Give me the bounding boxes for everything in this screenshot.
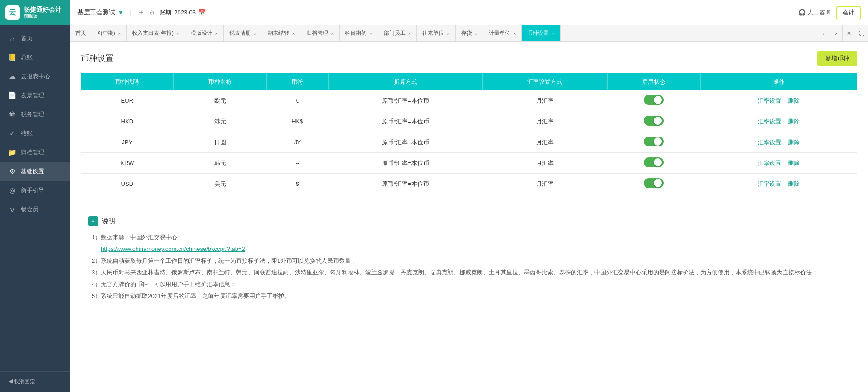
tab-label-income: 收入支出表(年报)	[132, 29, 174, 37]
cell-name-2: 日圆	[174, 132, 267, 153]
toggle-0[interactable]	[644, 95, 664, 105]
tab-close-dept[interactable]: ×	[408, 31, 411, 36]
tab-archive[interactable]: 归档管理×	[301, 25, 340, 42]
tab-inventory[interactable]: 存货×	[456, 25, 483, 42]
sidebar-pin-toggle[interactable]: ◀取消固定	[0, 371, 70, 392]
toggle-2[interactable]	[644, 137, 664, 146]
tab-period_end[interactable]: 期末结转×	[262, 25, 301, 42]
tab-income[interactable]: 收入支出表(年报)×	[127, 25, 185, 42]
report-nav-label: 云报表中心	[21, 72, 50, 80]
sidebar-item-invoice[interactable]: 📄 发票管理	[0, 86, 70, 105]
rate-setting-link-2[interactable]: 汇率设置	[758, 139, 781, 146]
new-currency-btn[interactable]: 新增币种	[817, 51, 857, 66]
tab-subjects[interactable]: 科目期初×	[340, 25, 378, 42]
delete-link-2[interactable]: 删除	[788, 139, 800, 146]
tab-close-period_end[interactable]: ×	[292, 31, 295, 36]
tab-close-income[interactable]: ×	[176, 31, 179, 36]
delete-link-3[interactable]: 删除	[788, 160, 800, 166]
notice-title: ≡ 说明	[88, 216, 850, 226]
notice-item: 5）系统只能自动抓取2021年度后的汇率，之前年度汇率需要用户手工维护。	[92, 290, 850, 302]
currency-table: 币种代码币种名称币符折算方式汇率设置方式启用状态操作 EUR 欧元 € 原币*汇…	[81, 73, 857, 194]
sidebar-item-close[interactable]: ✓ 结账	[0, 124, 70, 143]
tab-template[interactable]: 模版设计×	[185, 25, 224, 42]
tab-close-inventory[interactable]: ×	[475, 31, 477, 36]
rate-setting-link-1[interactable]: 汇率设置	[758, 118, 781, 125]
cell-name-3: 韩元	[174, 153, 267, 174]
delete-link-4[interactable]: 删除	[788, 180, 800, 187]
sidebar-item-settings[interactable]: ⚙ 基础设置	[0, 162, 70, 181]
cell-status-4[interactable]	[607, 174, 700, 194]
service-btn[interactable]: 🎧 人工咨询	[798, 9, 831, 17]
tab-tax[interactable]: 税表清册×	[224, 25, 262, 42]
cell-status-3[interactable]	[607, 153, 700, 174]
member-nav-label: 畅会员	[21, 205, 38, 213]
table-row: USD 美元 $ 原币*汇率=本位币 月汇率 汇率设置 删除	[81, 174, 857, 194]
tab-prev-btn[interactable]: ‹	[817, 25, 830, 42]
tab-units[interactable]: 往来单位×	[417, 25, 455, 42]
tab-close-subjects[interactable]: ×	[369, 31, 372, 36]
toggle-1[interactable]	[644, 116, 664, 126]
cell-symbol-1: HK$	[267, 111, 328, 132]
tab-dept[interactable]: 部门员工×	[378, 25, 417, 42]
sidebar-item-ledger[interactable]: 📒 总账	[0, 48, 70, 67]
cell-status-0[interactable]	[607, 90, 700, 111]
sidebar-item-home[interactable]: ⌂ 首页	[0, 29, 70, 48]
tax-nav-icon: 🏛	[8, 111, 16, 118]
tab-close-all-btn[interactable]: ✕	[843, 25, 855, 42]
ledger-nav-label: 总账	[21, 53, 33, 61]
rate-setting-link-3[interactable]: 汇率设置	[758, 160, 781, 166]
notice-list: 1）数据来源：中国外汇交易中心https://www.chinamoney.co…	[88, 231, 850, 302]
tab-fullscreen-btn[interactable]: ⛶	[855, 25, 868, 42]
tab-close-units[interactable]: ×	[447, 31, 449, 36]
notice-item: https://www.chinamoney.com.cn/chinese/bk…	[92, 243, 850, 255]
cell-status-2[interactable]	[607, 132, 700, 153]
guide-nav-label: 新手引导	[21, 186, 44, 194]
sidebar-item-archive[interactable]: 📁 归档管理	[0, 143, 70, 162]
notice-link[interactable]: https://www.chinamoney.com.cn/chinese/bk…	[101, 246, 245, 252]
sidebar-nav: ⌂ 首页 📒 总账 ☁ 云报表中心 📄 发票管理 🏛 税务管理 ✓ 结账 📁 归…	[0, 25, 70, 371]
delete-link-1[interactable]: 删除	[788, 118, 800, 125]
rate-setting-link-0[interactable]: 汇率设置	[758, 97, 781, 104]
toggle-4[interactable]	[644, 178, 664, 188]
cell-actions-1: 汇率设置 删除	[700, 111, 857, 132]
cell-name-4: 美元	[174, 174, 267, 194]
sidebar-item-guide[interactable]: ◎ 新手引导	[0, 181, 70, 200]
cell-rate-type-0: 月汇率	[483, 90, 608, 111]
tab-measure[interactable]: 计量单位×	[483, 25, 522, 42]
user-role-btn[interactable]: 会计	[836, 6, 861, 19]
notice-item: 2）系统自动获取每月第一个工作日的汇率标价，统一为直接标价法，即1外币可以兑换的…	[92, 255, 850, 267]
tab-close-currency[interactable]: ×	[552, 31, 554, 36]
add-company-btn[interactable]: ＋	[137, 8, 145, 17]
tab-home[interactable]: 首页	[70, 25, 92, 42]
rate-setting-link-4[interactable]: 汇率设置	[758, 180, 781, 187]
col-header-折算方式: 折算方式	[328, 73, 483, 90]
sidebar-item-tax[interactable]: 🏛 税务管理	[0, 105, 70, 124]
close-nav-icon: ✓	[8, 129, 16, 137]
company-name[interactable]: 基层工会测试 ▼	[77, 9, 123, 17]
tab-currency[interactable]: 币种设置×	[522, 25, 560, 42]
tab-next-btn[interactable]: ›	[830, 25, 843, 42]
cell-method-1: 原币*汇率=本位币	[328, 111, 483, 132]
cell-actions-0: 汇率设置 删除	[700, 90, 857, 111]
delete-link-0[interactable]: 删除	[788, 97, 800, 104]
cell-rate-type-1: 月汇率	[483, 111, 608, 132]
company-dropdown-icon: ▼	[118, 9, 123, 16]
tab-close-tax[interactable]: ×	[254, 31, 256, 36]
cell-status-1[interactable]	[607, 111, 700, 132]
tab-close-period[interactable]: ×	[118, 31, 121, 36]
tax-nav-label: 税务管理	[21, 110, 44, 118]
tab-close-measure[interactable]: ×	[513, 31, 516, 36]
calendar-icon[interactable]: 📅	[198, 9, 206, 16]
company-settings-icon[interactable]: ⚙	[149, 9, 155, 16]
tab-close-archive[interactable]: ×	[331, 31, 334, 36]
col-header-币符: 币符	[267, 73, 328, 90]
invoice-nav-icon: 📄	[8, 91, 16, 99]
tab-period[interactable]: ¢(中期)×	[92, 25, 127, 42]
sidebar-item-report[interactable]: ☁ 云报表中心	[0, 67, 70, 86]
cell-symbol-2: J¥	[267, 132, 328, 153]
tab-close-template[interactable]: ×	[215, 31, 218, 36]
cell-method-0: 原币*汇率=本位币	[328, 90, 483, 111]
sidebar-item-member[interactable]: V 畅会员	[0, 200, 70, 219]
headset-icon: 🎧	[798, 9, 806, 16]
toggle-3[interactable]	[644, 157, 664, 167]
